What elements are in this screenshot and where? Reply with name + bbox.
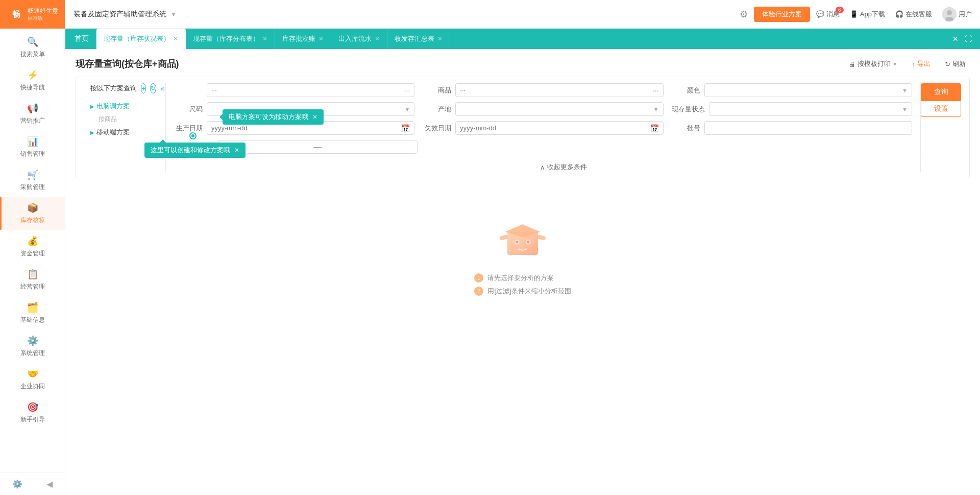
size-label: 尺码 — [174, 105, 203, 114]
print-button[interactable]: 🖨 按模板打印 ▼ — [845, 57, 902, 70]
message-button[interactable]: 💬 消息 6 — [816, 10, 840, 19]
search-button[interactable]: 查询 — [921, 83, 961, 101]
warehouse-more-icon: ··· — [404, 86, 410, 95]
edit-scheme-tooltip: 这里可以创建和修改方案哦 ✕ — [144, 143, 246, 158]
sidebar-item-quicknav[interactable]: ⚡ 快捷导航 — [0, 64, 65, 97]
produce-date-calendar-icon[interactable]: 📅 — [401, 124, 410, 132]
message-badge: 6 — [836, 7, 844, 13]
batch-input[interactable] — [709, 122, 908, 134]
refresh-scheme-button[interactable]: ↻ — [150, 83, 156, 93]
goods-input[interactable] — [460, 84, 653, 97]
color-input[interactable] — [709, 84, 902, 97]
tab-inout[interactable]: 出入库流水 ✕ — [331, 29, 387, 49]
search-reset-group: 查询 设置 — [920, 83, 961, 172]
tab-fullscreen[interactable]: ⛶ — [963, 35, 974, 43]
svg-point-8 — [516, 241, 519, 244]
tab-close-all[interactable]: ✕ — [950, 35, 961, 43]
sidebar-item-inventory[interactable]: 📦 库存核算 — [0, 197, 65, 230]
tab-close-5[interactable]: ✕ — [437, 36, 443, 42]
warehouse-input[interactable] — [211, 84, 404, 97]
produce-date-label: 生产日期 — [174, 124, 203, 133]
empty-tip-2: 2 用[过滤]条件来缩小分析范围 — [474, 287, 571, 296]
operations-icon: 📋 — [27, 268, 39, 280]
origin-input[interactable] — [460, 103, 653, 115]
tab-close-1[interactable]: ✕ — [173, 36, 178, 42]
scheme-arrow-1: ▶ — [90, 104, 94, 109]
origin-dropdown-icon: ▼ — [653, 106, 659, 112]
topbar-right: 💬 消息 6 📱 App下载 🎧 在线客服 — [816, 7, 972, 21]
user-avatar-icon — [942, 7, 957, 21]
sidebar-item-purchase[interactable]: 🛒 采购管理 — [0, 163, 65, 197]
settings-bottom-icon[interactable]: ⚙️ — [12, 479, 22, 489]
stockstatus-label: 现存量状态 — [672, 105, 705, 114]
tab-batch[interactable]: 库存批次账 ✕ — [275, 29, 331, 49]
collapse-conditions-btn[interactable]: ∧ 收起更多条件 — [174, 158, 953, 172]
filter-header-label: 按以下方案查询 — [90, 84, 137, 93]
tab-close-3[interactable]: ✕ — [318, 36, 324, 42]
sidebar-item-finance[interactable]: 💰 资金管理 — [0, 230, 65, 263]
filter-row-4: 现存量（主） — — [174, 140, 953, 154]
filter-scheme-panel: 按以下方案查询 + ↻ « ▶ 电脑调方案 按商品 — [84, 83, 166, 172]
basicinfo-icon: 🗂️ — [27, 301, 39, 314]
quick-nav-icon: ⚡ — [27, 69, 39, 81]
tab-home[interactable]: 首页 — [67, 29, 96, 49]
sidebar-item-guide[interactable]: 🎯 新手引导 — [0, 396, 65, 429]
logo-text: 畅通好生意 标准版 — [28, 7, 58, 22]
sidebar-item-cooperation[interactable]: 🤝 企业协同 — [0, 363, 65, 396]
logo-icon: 畅 — [7, 5, 26, 23]
stock-range-sep: — — [313, 143, 322, 152]
user-menu[interactable]: 用户 — [942, 7, 972, 21]
sales-icon: 📊 — [27, 135, 39, 148]
size-dropdown-icon: ▼ — [404, 106, 410, 112]
empty-state: 1 请先选择要分析的方案 2 用[过滤]条件来缩小分析范围 — [76, 178, 970, 326]
export-button[interactable]: ↑ 导出 — [908, 57, 935, 70]
app-download-button[interactable]: 📱 App下载 — [850, 10, 885, 19]
expire-date-label: 失效日期 — [423, 124, 451, 133]
online-service-button[interactable]: 🎧 在线客服 — [895, 10, 932, 19]
stockstatus-input[interactable] — [714, 103, 902, 115]
filter-header: 按以下方案查询 + ↻ « — [90, 83, 159, 93]
tab-close-2[interactable]: ✕ — [262, 36, 267, 42]
svg-text:畅: 畅 — [12, 10, 20, 18]
tab-summary[interactable]: 收发存汇总表 ✕ — [387, 29, 450, 49]
prev-scheme-button[interactable]: « — [160, 83, 164, 93]
filter-field-color: 颜色 ▼ — [672, 83, 912, 97]
svg-point-9 — [527, 241, 530, 244]
reset-button[interactable]: 设置 — [921, 101, 961, 117]
sidebar-item-basicinfo[interactable]: 🗂️ 基础信息 — [0, 296, 65, 329]
scheme-mobile[interactable]: ▶ 移动端方案 — [90, 126, 159, 139]
system-selector[interactable]: 装备及固定资产辅助管理系统 ▼ — [74, 10, 733, 19]
stock-main-input-to[interactable] — [324, 140, 412, 153]
scheme-desktop[interactable]: ▶ 电脑调方案 — [90, 100, 159, 113]
tab-close-4[interactable]: ✕ — [375, 36, 380, 42]
sidebar-item-marketing[interactable]: 📢 营销推广 — [0, 97, 65, 130]
filter-field-warehouse: ··· — [174, 83, 414, 97]
sidebar-item-operations[interactable]: 📋 经营管理 — [0, 263, 65, 296]
topbar-settings-icon[interactable]: ⚙ — [740, 9, 748, 20]
goods-more-icon: ··· — [653, 86, 659, 95]
filter-field-expire-date: 失效日期 📅 — [423, 121, 663, 135]
refresh-button[interactable]: ↻ 刷新 — [941, 57, 970, 70]
trial-button[interactable]: 体验行业方案 — [754, 7, 810, 22]
edit-scheme-tooltip-close[interactable]: ✕ — [234, 147, 239, 154]
app-download-icon: 📱 — [850, 10, 858, 18]
filter-field-goods: 商品 ··· — [423, 83, 663, 97]
collapse-sidebar-icon[interactable]: ◀ — [46, 479, 53, 489]
sidebar: 畅 畅通好生意 标准版 🔍 搜索菜单 ⚡ 快捷导航 📢 营销推广 📊 销售管理 … — [0, 0, 65, 495]
expire-date-input[interactable] — [460, 122, 648, 134]
sidebar-item-system[interactable]: ⚙️ 系统管理 — [0, 329, 65, 363]
tab-inventory-dist[interactable]: 现存量（库存分布表） ✕ — [186, 29, 275, 49]
main-area: 装备及固定资产辅助管理系统 ▼ ⚙ 体验行业方案 💬 消息 6 📱 App下载 … — [65, 0, 980, 495]
scheme-dot-indicator — [190, 133, 195, 138]
sidebar-item-sales[interactable]: 📊 销售管理 — [0, 130, 65, 163]
sidebar-item-search[interactable]: 🔍 搜索菜单 — [0, 31, 65, 64]
svg-point-3 — [947, 10, 952, 15]
scheme-arrow-2: ▶ — [90, 130, 94, 135]
svg-rect-11 — [537, 234, 546, 241]
scheme-tooltip-close[interactable]: ✕ — [312, 113, 317, 121]
tab-inventory-status[interactable]: 现存量（库存状况表） ✕ — [96, 29, 186, 49]
scheme-item-label: 按商品 — [90, 113, 159, 126]
add-scheme-button[interactable]: + — [141, 83, 146, 93]
empty-tip-1: 1 请先选择要分析的方案 — [474, 273, 571, 282]
expire-date-calendar-icon[interactable]: 📅 — [650, 124, 659, 132]
